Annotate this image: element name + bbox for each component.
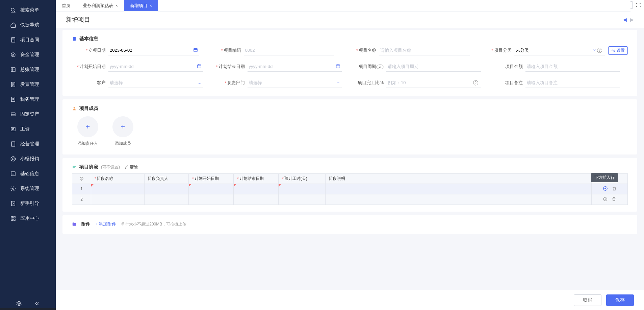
svg-rect-26 bbox=[11, 216, 13, 218]
svg-point-15 bbox=[12, 128, 14, 130]
stage-desc-cell[interactable] bbox=[326, 194, 592, 205]
sidebar-item-label: 项目合同 bbox=[20, 37, 39, 43]
svg-rect-41 bbox=[336, 65, 340, 68]
dept-select[interactable] bbox=[248, 78, 342, 88]
sidebar-item-salary[interactable]: 工资 bbox=[0, 122, 56, 137]
config-button[interactable]: 设置 bbox=[608, 46, 628, 55]
stage-desc-cell[interactable] bbox=[326, 184, 592, 194]
add-member-button[interactable]: + 添加成员 bbox=[112, 116, 133, 146]
add-owner-button[interactable]: + 添加责任人 bbox=[77, 116, 98, 146]
stage-hours-cell[interactable] bbox=[279, 184, 326, 194]
field-label: 项目编码 bbox=[224, 47, 241, 53]
stages-panel: 项目阶段 (可不设置) 清除 下方插入行 *阶段名称 阶段负责人 *计划开始日期… bbox=[62, 158, 637, 212]
plan-start-input[interactable] bbox=[108, 62, 203, 72]
folder-icon bbox=[72, 222, 77, 226]
salary-icon bbox=[10, 126, 16, 132]
svg-point-0 bbox=[11, 8, 14, 11]
col-settings[interactable] bbox=[72, 174, 91, 184]
calendar-icon[interactable] bbox=[193, 48, 198, 53]
close-icon[interactable]: × bbox=[150, 3, 152, 8]
project-name-input[interactable] bbox=[379, 45, 470, 55]
delete-row-icon[interactable] bbox=[612, 197, 616, 202]
tab-profit-estimate[interactable]: 业务利润预估表 × bbox=[77, 0, 124, 11]
form-container: 基本信息 *立项日期 *项目编码 *项目名称 *项目分类 bbox=[56, 28, 644, 290]
tab-label: 业务利润预估表 bbox=[83, 3, 113, 9]
more-icon[interactable]: ··· bbox=[198, 80, 202, 86]
customer-select[interactable] bbox=[108, 78, 203, 88]
add-attachment-button[interactable]: + 添加附件 bbox=[95, 221, 116, 227]
tab-new-project[interactable]: 新增项目 × bbox=[124, 0, 158, 11]
settings-icon[interactable] bbox=[16, 301, 22, 307]
sidebar-item-asset[interactable]: 固定资产 bbox=[0, 107, 56, 122]
project-amount-input[interactable] bbox=[525, 62, 620, 72]
collapse-icon[interactable] bbox=[34, 301, 40, 307]
sidebar-item-system[interactable]: 系统管理 bbox=[0, 181, 56, 196]
sidebar-item-invoice[interactable]: 发票管理 bbox=[0, 77, 56, 92]
stage-start-cell[interactable] bbox=[189, 184, 234, 194]
sidebar-item-baseinfo[interactable]: 基础信息 bbox=[0, 166, 56, 181]
stage-owner-cell[interactable] bbox=[145, 184, 189, 194]
sidebar-item-reimburse[interactable]: 小畅报销 bbox=[0, 151, 56, 166]
calendar-icon[interactable] bbox=[336, 64, 340, 70]
sidebar-item-guide[interactable]: 新手引导 bbox=[0, 196, 56, 211]
help-icon[interactable]: ? bbox=[473, 80, 478, 86]
table-row[interactable]: 2 bbox=[72, 194, 627, 205]
plan-end-input[interactable] bbox=[248, 62, 342, 72]
field-label: 项目周期(天) bbox=[359, 64, 384, 70]
sidebar-item-search[interactable]: 搜索菜单 bbox=[0, 3, 56, 18]
stage-owner-cell[interactable] bbox=[145, 194, 189, 205]
stage-start-cell[interactable] bbox=[189, 194, 234, 205]
create-date-input[interactable] bbox=[108, 45, 199, 55]
save-button[interactable]: 保存 bbox=[606, 294, 634, 306]
sidebar-item-ledger[interactable]: 总账管理 bbox=[0, 62, 56, 77]
field-label: 项目备注 bbox=[505, 80, 523, 86]
help-icon[interactable]: ? bbox=[597, 48, 602, 53]
window-expand-button[interactable]: ⛶ bbox=[635, 1, 642, 9]
attachment-hint: 单个大小不超过200MB，可拖拽上传 bbox=[121, 221, 186, 227]
cancel-button[interactable]: 取消 bbox=[574, 294, 601, 306]
stage-name-cell[interactable] bbox=[91, 184, 145, 194]
close-icon[interactable]: × bbox=[115, 3, 118, 8]
project-code-input[interactable] bbox=[244, 45, 335, 55]
section-title: 项目成员 bbox=[79, 105, 98, 112]
insert-row-tooltip: 下方插入行 bbox=[591, 173, 618, 182]
chevron-down-icon[interactable] bbox=[336, 80, 340, 86]
chevron-down-icon[interactable] bbox=[593, 48, 597, 53]
stage-name-cell[interactable] bbox=[91, 194, 145, 205]
sidebar-item-tax[interactable]: 税务管理 bbox=[0, 92, 56, 107]
sidebar-item-business[interactable]: 经营管理 bbox=[0, 137, 56, 151]
completion-input[interactable] bbox=[386, 78, 481, 88]
clear-label: 清除 bbox=[130, 164, 138, 170]
project-category-select[interactable] bbox=[514, 45, 605, 55]
clear-button[interactable]: 清除 bbox=[125, 164, 138, 170]
sidebar-item-contract[interactable]: 项目合同 bbox=[0, 32, 56, 47]
insert-row-icon[interactable] bbox=[603, 197, 608, 202]
stage-hours-cell[interactable] bbox=[279, 194, 326, 205]
svg-point-20 bbox=[11, 157, 16, 161]
insert-row-icon[interactable] bbox=[603, 186, 608, 192]
remark-input[interactable] bbox=[525, 78, 620, 88]
sidebar-item-label: 新手引导 bbox=[20, 200, 39, 207]
plus-icon: + bbox=[77, 116, 98, 137]
table-row[interactable]: 1 bbox=[72, 184, 627, 194]
section-title: 附件 bbox=[81, 221, 90, 227]
page-title: 新增项目 bbox=[66, 16, 90, 24]
next-button[interactable]: ▶ bbox=[630, 17, 634, 22]
stage-end-cell[interactable] bbox=[234, 194, 279, 205]
info-icon bbox=[10, 171, 16, 177]
sidebar-item-funds[interactable]: 资金管理 bbox=[0, 47, 56, 62]
project-cycle-input[interactable] bbox=[386, 62, 481, 72]
prev-button[interactable]: ◀ bbox=[623, 17, 627, 22]
calendar-icon[interactable] bbox=[197, 64, 202, 70]
col-label: 阶段名称 bbox=[97, 176, 113, 182]
sidebar-item-quicknav[interactable]: 快捷导航 bbox=[0, 18, 56, 32]
delete-row-icon[interactable] bbox=[612, 186, 617, 192]
svg-point-24 bbox=[12, 188, 14, 190]
field-label: 计划结束日期 bbox=[218, 64, 245, 70]
stage-end-cell[interactable] bbox=[234, 184, 279, 194]
tab-home[interactable]: 首页 bbox=[56, 0, 77, 11]
sidebar-item-label: 发票管理 bbox=[20, 81, 39, 88]
sidebar-item-apps[interactable]: 应用中心 bbox=[0, 211, 56, 226]
plus-icon: + bbox=[112, 116, 133, 137]
sidebar-item-label: 固定资产 bbox=[20, 111, 39, 117]
